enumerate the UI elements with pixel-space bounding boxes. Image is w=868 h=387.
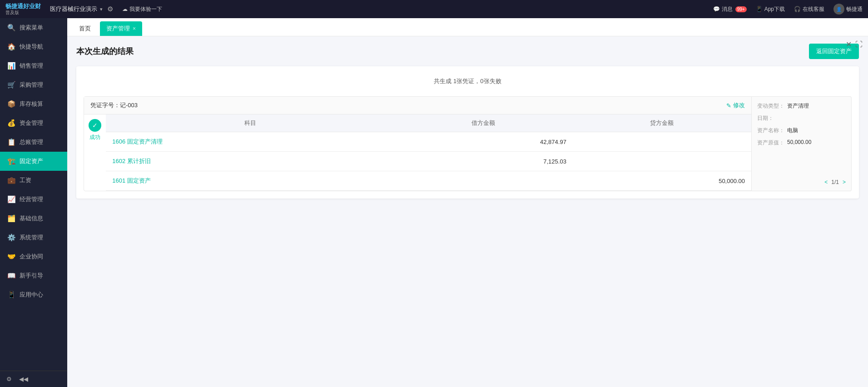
- window-controls: ✕ ⛶: [846, 40, 863, 49]
- message-icon: 💬: [713, 6, 720, 12]
- tab-asset-label: 资产管理: [106, 25, 130, 33]
- edit-icon: ✎: [726, 102, 731, 109]
- sidebar-item-label: 系统管理: [20, 233, 43, 242]
- tab-home-label: 首页: [79, 25, 91, 33]
- logo-title: 畅捷通好业财: [5, 3, 41, 10]
- page-header: 本次生成的结果 返回固定资产: [76, 44, 859, 59]
- enterprise-icon: 🤝: [7, 253, 16, 261]
- sidebar-item-funds[interactable]: 💰 资金管理: [0, 114, 67, 133]
- messages-tool[interactable]: 💬 消息 99+: [713, 5, 747, 13]
- sidebar-item-label: 快捷导航: [20, 43, 43, 51]
- voucher-header: 凭证字号：记-003 ✎ 修改: [84, 97, 751, 114]
- customer-service-label: 在线客服: [803, 5, 824, 13]
- chevron-down-icon: ▾: [100, 6, 103, 12]
- inventory-icon: 📦: [7, 100, 16, 108]
- voucher-no-label: 凭证字号：: [90, 102, 120, 109]
- tab-close-icon[interactable]: ×: [133, 25, 136, 32]
- cell-subject: 1602 累计折旧: [106, 152, 394, 171]
- prev-page-icon[interactable]: <: [824, 179, 828, 185]
- result-card: 共生成 1张凭证，0张失败 凭证字号：记-003 ✎ 修改: [76, 66, 859, 198]
- gear-icon[interactable]: ⚙: [107, 5, 113, 13]
- cell-credit: 50,000.00: [573, 171, 751, 191]
- funds-icon: 💰: [7, 119, 16, 127]
- sidebar-item-fixed-assets[interactable]: 🏗️ 固定资产: [0, 152, 67, 171]
- expand-button[interactable]: ⛶: [855, 40, 863, 49]
- voucher-no-value: 记-003: [120, 102, 138, 109]
- sidebar-item-label: 基础信息: [20, 214, 43, 223]
- sidebar-item-label: 总账管理: [20, 138, 43, 146]
- sidebar-item-label: 采购管理: [20, 81, 43, 89]
- voucher-number: 凭证字号：记-003: [90, 101, 138, 109]
- next-page-icon[interactable]: >: [843, 179, 846, 185]
- voucher-table-area: ✓ 成功 科目 借方金额 贷方金额: [84, 114, 751, 191]
- sidebar-item-label: 搜索菜单: [20, 24, 43, 32]
- cell-credit: [573, 152, 751, 171]
- close-button[interactable]: ✕: [846, 40, 852, 49]
- company-selector[interactable]: 医疗器械行业演示 ▾: [50, 5, 103, 13]
- sidebar-bottom: ⚙ ◀◀: [0, 371, 67, 387]
- asset-name-value: 电脑: [787, 127, 798, 134]
- purchase-icon: 🛒: [7, 81, 16, 89]
- app-download-tool[interactable]: 📱 App下载: [756, 5, 785, 13]
- date-row: 日期：: [757, 114, 846, 122]
- sidebar-item-basic-info[interactable]: 🗂️ 基础信息: [0, 209, 67, 228]
- avatar: 👤: [833, 4, 844, 15]
- collapse-icon[interactable]: ◀◀: [19, 376, 28, 382]
- system-icon: ⚙️: [7, 233, 16, 242]
- download-icon: 📱: [756, 6, 763, 12]
- change-type-label: 变动类型：: [757, 102, 784, 110]
- sidebar-item-system[interactable]: ⚙️ 系统管理: [0, 228, 67, 247]
- edit-button[interactable]: ✎ 修改: [726, 101, 745, 109]
- sidebar-item-search[interactable]: 🔍 搜索菜单: [0, 18, 67, 37]
- col-debit: 借方金额: [394, 114, 573, 132]
- feedback-icon: ☁: [122, 6, 128, 12]
- sidebar-item-label: 库存核算: [20, 100, 43, 108]
- page-content: ✕ ⛶ 本次生成的结果 返回固定资产 共生成 1张凭证，0张失败: [67, 36, 868, 387]
- messages-badge: 99+: [735, 6, 747, 12]
- page-info: 1/1: [831, 179, 839, 185]
- user-name: 畅捷通: [846, 5, 863, 13]
- sidebar-item-label: 应用中心: [20, 291, 43, 299]
- change-type-row: 变动类型： 资产清理: [757, 102, 846, 110]
- settings-icon[interactable]: ⚙: [6, 376, 12, 382]
- sidebar-item-enterprise[interactable]: 🤝 企业协同: [0, 247, 67, 266]
- sidebar-item-label: 经营管理: [20, 195, 43, 203]
- operations-icon: 📈: [7, 195, 16, 203]
- cell-debit: 7,125.03: [394, 152, 573, 171]
- cell-credit: [573, 132, 751, 152]
- date-label: 日期：: [757, 114, 774, 122]
- tab-home[interactable]: 首页: [73, 21, 97, 36]
- sidebar-item-guide[interactable]: 📖 新手引导: [0, 266, 67, 285]
- tab-bar: 首页 资产管理 ×: [67, 18, 868, 36]
- result-summary: 共生成 1张凭证，0张失败: [84, 74, 852, 89]
- user-tool[interactable]: 👤 畅捷通: [833, 4, 863, 15]
- sidebar-item-app-center[interactable]: 📱 应用中心: [0, 285, 67, 304]
- sidebar-item-purchase[interactable]: 🛒 采购管理: [0, 75, 67, 94]
- sidebar-item-operations[interactable]: 📈 经营管理: [0, 190, 67, 209]
- fixed-assets-icon: 🏗️: [7, 157, 16, 165]
- voucher-table: 科目 借方金额 贷方金额 1606 固定资产清理42,874.971602 累计…: [106, 114, 751, 191]
- asset-name-label: 资产名称：: [757, 127, 784, 134]
- logo-area: 畅捷通好业财 普及版: [5, 3, 41, 15]
- sidebar: 🔍 搜索菜单 🏠 快捷导航 📊 销售管理 🛒 采购管理 📦 库存核算 💰: [0, 18, 67, 387]
- logo-sub: 普及版: [5, 10, 41, 15]
- app-center-icon: 📱: [7, 291, 16, 299]
- sidebar-item-payroll[interactable]: 💼 工资: [0, 171, 67, 190]
- cell-debit: 42,874.97: [394, 132, 573, 152]
- customer-service-tool[interactable]: 🎧 在线客服: [794, 5, 824, 13]
- sidebar-item-ledger[interactable]: 📋 总账管理: [0, 133, 67, 152]
- sidebar-item-label: 资金管理: [20, 119, 43, 127]
- home-icon: 🏠: [7, 43, 16, 51]
- sidebar-item-quick-nav[interactable]: 🏠 快捷导航: [0, 37, 67, 56]
- pagination: < 1/1 >: [757, 175, 846, 185]
- cell-subject: 1606 固定资产清理: [106, 132, 394, 152]
- original-value-row: 资产原值： 50,000.00: [757, 139, 846, 147]
- feedback-btn[interactable]: ☁ 我要体验一下: [122, 5, 162, 13]
- cell-subject: 1601 固定资产: [106, 171, 394, 191]
- sidebar-item-inventory[interactable]: 📦 库存核算: [0, 94, 67, 114]
- basic-info-icon: 🗂️: [7, 214, 16, 223]
- sidebar-item-label: 固定资产: [20, 157, 43, 165]
- sidebar-item-sales[interactable]: 📊 销售管理: [0, 56, 67, 75]
- messages-label: 消息: [722, 5, 733, 13]
- tab-asset-management[interactable]: 资产管理 ×: [100, 21, 142, 36]
